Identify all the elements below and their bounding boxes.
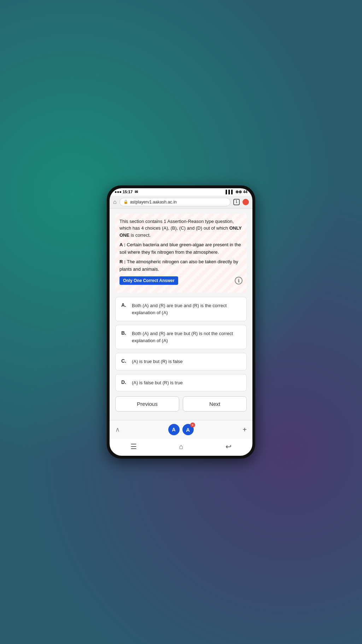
assertion-text: A : Certain bacteria and blue green-alga… <box>119 241 243 256</box>
option-d-label: D. <box>121 379 128 385</box>
assertion-body: Certain bacteria and blue green-algae ar… <box>119 242 241 255</box>
options-container: A. Both (A) and (R) are true and (R) is … <box>115 297 247 391</box>
only-one-text: ONLY ONE <box>119 225 241 238</box>
bottom-icons: A A × <box>168 423 194 436</box>
browser-tabs-icon[interactable]: 1 <box>233 199 240 205</box>
status-bar: ●●● 15:17 ✉ ▌▌▌ ⊕⊕ 44 <box>110 188 252 196</box>
signal-bars-icon: ▌▌▌ <box>226 190 234 194</box>
info-icon[interactable]: ℹ <box>235 277 243 284</box>
reason-body: The atmospheric nitrogen can also be tak… <box>119 259 238 272</box>
option-a[interactable]: A. Both (A) and (R) are true and (R) is … <box>115 297 247 321</box>
previous-button[interactable]: Previous <box>115 396 179 412</box>
answer-type-row: Only One Correct Answer ℹ <box>119 276 243 285</box>
status-right: ▌▌▌ ⊕⊕ 44 <box>226 190 247 194</box>
option-a-label: A. <box>121 302 128 308</box>
status-mail-icon: ✉ <box>135 190 138 194</box>
content-area: This section contains 1 Assertion-Reason… <box>110 209 252 420</box>
option-d-text: (A) is false but (R) is true <box>132 379 183 386</box>
option-c[interactable]: C. (A) is true but (R) is false <box>115 353 247 370</box>
status-left: ●●● 15:17 ✉ <box>115 190 138 194</box>
option-b-label: B. <box>121 330 128 336</box>
instruction-text: This section contains 1 Assertion-Reason… <box>119 218 243 239</box>
browser-record-icon <box>243 199 249 205</box>
option-c-label: C. <box>121 358 128 364</box>
assertion-label: A : <box>119 242 125 247</box>
option-c-text: (A) is true but (R) is false <box>132 358 183 365</box>
bottom-browser-bar: ∧ A A × + <box>110 420 252 439</box>
browser-home-icon[interactable]: ⌂ <box>113 199 117 205</box>
close-badge: × <box>190 422 195 427</box>
nav-buttons: Previous Next <box>115 396 247 412</box>
browser-url-bar[interactable]: 🔒 astplayerv1.aakash.ac.in <box>119 198 230 206</box>
android-home-icon[interactable]: ⌂ <box>179 443 183 451</box>
avatar-small[interactable]: A <box>168 424 180 435</box>
battery-label: 44 <box>243 190 247 194</box>
phone-screen: ●●● 15:17 ✉ ▌▌▌ ⊕⊕ 44 ⌂ 🔒 astplayerv1.aa… <box>110 188 252 456</box>
chevron-up-icon[interactable]: ∧ <box>115 426 120 433</box>
url-text: astplayerv1.aakash.ac.in <box>130 200 177 205</box>
wifi-icon: ⊕⊕ <box>235 190 242 194</box>
question-section: This section contains 1 Assertion-Reason… <box>115 214 247 293</box>
reason-text: R : The atmospheric nitrogen can also be… <box>119 258 243 273</box>
plus-icon[interactable]: + <box>243 426 247 434</box>
option-d[interactable]: D. (A) is false but (R) is true <box>115 374 247 392</box>
browser-bar: ⌂ 🔒 astplayerv1.aakash.ac.in 1 <box>110 196 252 209</box>
option-b[interactable]: B. Both (A) and (R) are true but (R) is … <box>115 325 247 349</box>
android-menu-icon[interactable]: ☰ <box>130 442 137 451</box>
android-nav: ☰ ⌂ ↩ <box>110 439 252 456</box>
carrier-signal: ●●● <box>115 190 122 194</box>
option-a-text: Both (A) and (R) are true and (R) is the… <box>132 302 241 316</box>
tabs-count: 1 <box>235 200 238 204</box>
next-button[interactable]: Next <box>183 396 247 412</box>
status-time: 15:17 <box>123 190 133 194</box>
avatar-large[interactable]: A × <box>182 423 194 436</box>
lock-icon: 🔒 <box>123 200 128 204</box>
phone-frame: ●●● 15:17 ✉ ▌▌▌ ⊕⊕ 44 ⌂ 🔒 astplayerv1.aa… <box>107 185 255 459</box>
option-b-text: Both (A) and (R) are true but (R) is not… <box>132 330 241 344</box>
android-back-icon[interactable]: ↩ <box>226 442 232 451</box>
answer-type-badge: Only One Correct Answer <box>119 276 178 285</box>
reason-label: R : <box>119 259 125 264</box>
